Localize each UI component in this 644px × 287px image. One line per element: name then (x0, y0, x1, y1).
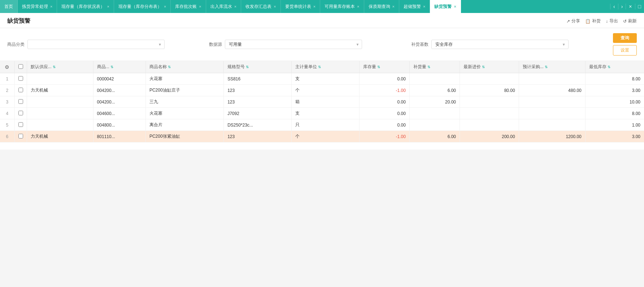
th-unit[interactable]: 主计量单位 ⇅ (291, 61, 359, 73)
tab-close-icon[interactable]: × (199, 4, 201, 9)
row-checkbox-cell[interactable] (14, 96, 27, 108)
cell-stock: 0.00 (359, 119, 409, 131)
cell-latest-price (460, 96, 519, 108)
tab-label: 要货单统计表 (285, 4, 311, 10)
sort-icon: ⇅ (427, 65, 430, 69)
replenish-label: 补货基数 (411, 41, 428, 48)
gear-icon[interactable]: ⚙ (5, 64, 9, 70)
row-checkbox[interactable] (18, 134, 23, 138)
replenish-button[interactable]: 📋 补货 (585, 18, 601, 24)
settings-button[interactable]: 设置 (613, 45, 637, 56)
row-checkbox[interactable] (18, 88, 23, 92)
th-spec[interactable]: 规格型号 ⇅ (224, 61, 292, 73)
tab-close-icon[interactable]: × (313, 4, 316, 9)
tab-inventory-dist[interactable]: 现存量（库存分布表） × (114, 0, 171, 13)
table-row: 3 004200... 三九 123 箱 0.00 20.00 10.00 (0, 96, 644, 108)
tab-label: 现存量（库存状况表） (61, 4, 105, 10)
cell-unit: 箱 (291, 96, 359, 108)
cell-min-stock: 1.00 (585, 119, 644, 131)
tab-home[interactable]: 首页 (0, 0, 18, 13)
th-gear[interactable]: ⚙ (0, 61, 14, 73)
row-checkbox[interactable] (18, 99, 23, 104)
cell-supplier (27, 119, 93, 131)
datasource-select[interactable]: 可用量 库存量 (225, 40, 362, 49)
refresh-button[interactable]: ↺ 刷新 (623, 18, 637, 24)
row-checkbox-cell[interactable] (14, 131, 27, 142)
cell-code: 004200... (93, 85, 145, 96)
row-checkbox-cell[interactable] (14, 119, 27, 131)
th-checkbox[interactable] (14, 61, 27, 73)
tab-close-icon[interactable]: × (357, 4, 359, 9)
cell-name: 离合片 (145, 119, 223, 131)
row-checkbox-cell[interactable] (14, 73, 27, 85)
tab-close-all-btn[interactable]: × (626, 4, 635, 9)
datasource-select-wrap: 可用量 库存量 ▼ (225, 40, 362, 49)
export-button[interactable]: ↓ 导出 (606, 18, 618, 24)
th-min-stock[interactable]: 最低库存 ⇅ (585, 61, 644, 73)
tab-abnormal[interactable]: 拣货异常处理 × (18, 0, 57, 13)
row-checkbox[interactable] (18, 76, 23, 81)
tab-available[interactable]: 可用量库存账本 × (320, 0, 364, 13)
cell-stock: 0.00 (359, 73, 409, 85)
tab-close-icon[interactable]: × (274, 4, 276, 9)
th-latest-price[interactable]: 最新进价 ⇅ (460, 61, 519, 73)
tab-maximize-btn[interactable]: □ (635, 4, 644, 9)
row-checkbox[interactable] (18, 122, 23, 127)
tab-inout[interactable]: 出入库流水 × (206, 0, 241, 13)
sort-icon: ⇅ (110, 65, 113, 69)
replenish-select[interactable]: 安全库存 最低库存 (431, 40, 569, 49)
table-row: 5 004800... 离合片 DS250*23c... 只 0.00 1.00 (0, 119, 644, 131)
category-select[interactable] (27, 40, 165, 49)
cell-unit: 个 (291, 131, 359, 142)
th-name[interactable]: 商品名称 ⇅ (145, 61, 223, 73)
cell-min-stock: 3.00 (585, 131, 644, 142)
datasource-label: 数据源 (209, 41, 222, 48)
tab-overstock[interactable]: 超储预警 × (399, 0, 430, 13)
table-row: 6 力天机械 801110... PC200张紧油缸 123 个 -1.00 6… (0, 131, 644, 142)
tab-expiry[interactable]: 保质期查询 × (364, 0, 399, 13)
refresh-label: 刷新 (628, 18, 637, 24)
row-index: 1 (0, 73, 14, 85)
tab-close-icon[interactable]: × (392, 4, 395, 9)
th-latest-price-label: 最新进价 (464, 64, 481, 70)
tab-batch[interactable]: 库存批次账 × (171, 0, 206, 13)
tab-close-icon[interactable]: × (423, 4, 425, 9)
tab-shortage[interactable]: 缺货预警 × (430, 0, 461, 13)
cell-stock: -1.00 (359, 85, 409, 96)
tab-close-icon[interactable]: × (107, 4, 109, 9)
table-row: 4 004600... 火花塞 J7092 支 0.00 8.00 (0, 108, 644, 119)
tab-next-btn[interactable]: › (618, 4, 626, 9)
export-icon: ↓ (606, 19, 608, 24)
row-checkbox[interactable] (18, 111, 23, 115)
query-button[interactable]: 查询 (613, 33, 637, 43)
tab-close-icon[interactable]: × (50, 4, 52, 9)
cell-stock: -1.00 (359, 131, 409, 142)
th-est-purchase[interactable]: 预计采购... ⇅ (519, 61, 585, 73)
th-min-stock-label: 最低库存 (589, 64, 606, 70)
th-code[interactable]: 商品... ⇅ (93, 61, 145, 73)
select-all-checkbox[interactable] (18, 64, 23, 69)
tab-close-icon[interactable]: × (164, 4, 166, 9)
cell-code: 801110... (93, 131, 145, 142)
tab-prev-btn[interactable]: ‹ (610, 4, 618, 9)
th-stock[interactable]: 库存量 ⇅ (359, 61, 409, 73)
cell-est-purchase (519, 119, 585, 131)
tab-close-icon[interactable]: × (454, 4, 456, 9)
th-supplier[interactable]: 默认供应... ⇅ (27, 61, 93, 73)
row-checkbox-cell[interactable] (14, 108, 27, 119)
tab-order-stat[interactable]: 要货单统计表 × (281, 0, 320, 13)
sort-icon: ⇅ (608, 65, 610, 69)
tab-close-icon[interactable]: × (234, 4, 236, 9)
tab-inventory-status[interactable]: 现存量（库存状况表） × (57, 0, 114, 13)
tab-receive[interactable]: 收发存汇总表 × (241, 0, 280, 13)
cell-unit: 支 (291, 73, 359, 85)
th-replenish[interactable]: 补货量 ⇅ (409, 61, 460, 73)
cell-spec: DS250*23c... (224, 119, 292, 131)
row-index: 3 (0, 96, 14, 108)
refresh-icon: ↺ (623, 19, 627, 24)
table-row: 2 力天机械 004200... PC200油缸庄子 123 个 -1.00 6… (0, 85, 644, 96)
row-index: 4 (0, 108, 14, 119)
row-checkbox-cell[interactable] (14, 85, 27, 96)
th-code-label: 商品... (97, 64, 109, 70)
share-button[interactable]: ↗ 分享 (566, 18, 580, 24)
